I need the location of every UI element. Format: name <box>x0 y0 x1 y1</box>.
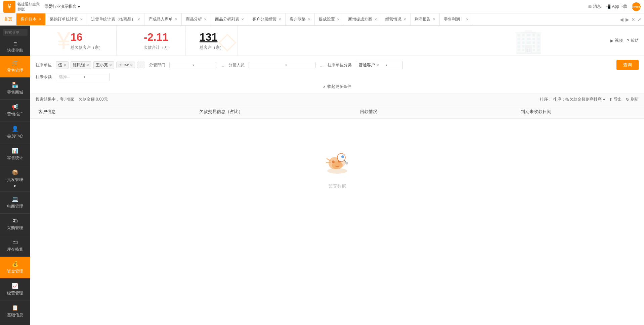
tab-prev-icon[interactable]: ◀ <box>620 17 624 22</box>
logo-icon: ¥ <box>3 1 15 13</box>
tag-unit-cjttcw: cjttcw ✕ <box>116 62 135 68</box>
tab-goods-analysis-list[interactable]: 商品分析列表 ✕ <box>211 13 248 26</box>
tab-operations[interactable]: 经营情况 ✕ <box>381 13 411 26</box>
remainder-select[interactable]: 选择... ▾ <box>56 73 110 81</box>
tab-product-stock[interactable]: 产成品入库单 ✕ <box>144 13 182 26</box>
sidebar-item-purchase[interactable]: 🛍 采购管理 <box>0 214 30 235</box>
remove-tag-cjttcw[interactable]: ✕ <box>130 63 133 67</box>
sort-select[interactable]: 排序： 排序：按欠款金额倒序排序 ▾ <box>540 97 605 102</box>
dept-more-icon[interactable]: ... <box>220 62 224 68</box>
dept-select[interactable]: ▾ <box>169 62 216 68</box>
svg-point-9 <box>341 155 344 158</box>
purchase-icon: 🛍 <box>12 218 18 224</box>
avatar[interactable]: demo2 <box>632 2 641 11</box>
label-unit: 往来单位 <box>36 62 52 68</box>
results-bar: 搜索结果中，客户0家 欠款金额 0.00元 排序： 排序：按欠款金额倒序排序 ▾… <box>30 94 644 105</box>
close-icon[interactable]: ✕ <box>403 17 406 21</box>
empty-mascot <box>320 146 354 179</box>
chevron-right-icon: ▶ <box>14 184 16 187</box>
sidebar-search-area <box>0 26 30 39</box>
message-btn[interactable]: ✉ 消息 <box>588 4 601 9</box>
close-icon[interactable]: ✕ <box>241 17 244 21</box>
sidebar-item-batch-mgmt[interactable]: 📦 批发管理 ▶ <box>0 165 30 192</box>
close-icon[interactable]: ✕ <box>80 17 83 21</box>
tag-unit-wu: 伍 ✕ <box>56 61 69 69</box>
sidebar-item-marketing[interactable]: 📢 营销推广 <box>0 100 30 121</box>
sidebar-item-member[interactable]: 👤 会员中心 <box>0 121 30 143</box>
sidebar-quick-nav[interactable]: ☰ 快捷导航 <box>0 39 30 56</box>
results-summary: 搜索结果中，客户0家 欠款金额 0.00元 <box>36 97 108 102</box>
person-select[interactable]: ▾ <box>249 62 316 68</box>
help-btn[interactable]: ? 帮助 <box>627 38 639 43</box>
sidebar-item-sys-mgmt[interactable]: ⚙ 系统管理 <box>0 322 30 325</box>
nav-tabs: 首页 客户账本 ✕ 采购订单统计表 ✕ 进货单统计表（按商品） ✕ 产成品入库单… <box>0 13 644 26</box>
tab-next-icon[interactable]: ▶ <box>626 17 629 22</box>
close-icon[interactable]: ✕ <box>433 17 435 21</box>
table-area: 客户信息 欠款交易信息（占比） 回款情况 到期未收款日期 <box>30 105 644 325</box>
tab-add-commission[interactable]: 新增提成方案 ✕ <box>344 13 381 26</box>
content-area: ¥ 16 总欠款客户（家） ◇ -2.11 欠款合计（万） 🏢 131 总客户（… <box>30 26 644 325</box>
tab-customer-contact[interactable]: 客户联络 ✕ <box>286 13 315 26</box>
close-icon[interactable]: ✕ <box>308 17 310 21</box>
stat2-value: -2.11 <box>144 31 172 43</box>
sidebar-item-retail-mall[interactable]: 🏪 零售商城 <box>0 78 30 100</box>
collapse-button[interactable]: ∧ 收起更多条件 <box>36 84 639 89</box>
sidebar-item-retail-mgmt[interactable]: 🛒 零售管理 <box>0 56 30 78</box>
remove-tag-wu[interactable]: ✕ <box>63 63 66 67</box>
close-icon[interactable]: ✕ <box>278 17 281 21</box>
tab-goods-stats[interactable]: 进货单统计表（按商品） ✕ <box>87 13 144 26</box>
tag-unit-chen: 陈民强 ✕ <box>71 61 91 69</box>
tab-customer-ledger[interactable]: 客户账本 ✕ <box>16 13 46 26</box>
tab-close-all-icon[interactable]: ✕ <box>631 17 635 22</box>
query-button[interactable]: 查询 <box>616 60 639 70</box>
close-icon[interactable]: ✕ <box>137 17 140 21</box>
tab-goods-analysis[interactable]: 商品分析 ✕ <box>182 13 211 26</box>
remove-tag-wang[interactable]: ✕ <box>109 63 112 67</box>
close-icon[interactable]: ✕ <box>204 17 207 21</box>
close-icon[interactable]: ✕ <box>39 17 41 21</box>
video-btn[interactable]: ▶ 视频 <box>610 38 623 43</box>
basic-info-icon: 📋 <box>12 304 18 311</box>
category-arrow: ▾ <box>386 63 387 67</box>
tab-purchase-order-stats[interactable]: 采购订单统计表 ✕ <box>46 13 87 26</box>
video-icon: ▶ <box>610 38 613 43</box>
remove-category-tag[interactable]: ✕ <box>376 63 379 67</box>
company-selector[interactable]: 母婴行业演示帐套 ▾ <box>44 4 80 9</box>
batch-mgmt-icon: 📦 <box>12 169 18 176</box>
tab-profit-report[interactable]: 利润报告 ✕ <box>411 13 440 26</box>
refresh-btn[interactable]: ↻ 刷新 <box>626 97 639 102</box>
sidebar-item-capital[interactable]: 💰 资金管理 <box>0 257 30 279</box>
svg-point-4 <box>332 160 335 163</box>
filter-row-2: 往来余额 选择... ▾ <box>36 73 639 81</box>
sidebar-item-ecom[interactable]: 💻 电商管理 <box>0 192 30 214</box>
tab-retail-profit[interactable]: 零售利润┃ ✕ <box>440 13 473 26</box>
stats-bar: ¥ 16 总欠款客户（家） ◇ -2.11 欠款合计（万） 🏢 131 总客户（… <box>30 26 644 56</box>
message-icon: ✉ <box>588 4 592 9</box>
app-download-btn[interactable]: 📲 App下载 <box>606 4 627 9</box>
person-more-icon[interactable]: ... <box>320 62 324 68</box>
close-icon[interactable]: ✕ <box>466 17 469 21</box>
sidebar: ☰ 快捷导航 🛒 零售管理 🏪 零售商城 📢 营销推广 👤 会员中心 📊 <box>0 26 30 325</box>
tab-commission-setting[interactable]: 提成设置 ✕ <box>315 13 344 26</box>
close-icon[interactable]: ✕ <box>337 17 340 21</box>
main-area: ☰ 快捷导航 🛒 零售管理 🏪 零售商城 📢 营销推广 👤 会员中心 📊 <box>0 26 644 325</box>
sidebar-item-inventory[interactable]: 🗃 库存核算 <box>0 235 30 257</box>
sidebar-item-retail-stats[interactable]: 📊 零售统计 <box>0 143 30 165</box>
category-select[interactable]: 普通客户 ✕ ▾ <box>356 61 403 69</box>
search-input[interactable] <box>3 29 28 36</box>
member-icon: 👤 <box>12 125 18 132</box>
sidebar-item-basic-info[interactable]: 📋 基础信息 <box>0 300 30 322</box>
stat-total-customers: 131 总客户（家） <box>186 26 238 56</box>
export-btn[interactable]: ⬆ 导出 <box>609 97 622 102</box>
tab-customer-layer[interactable]: 客户分层经营 ✕ <box>248 13 286 26</box>
label-category: 往来单位分类 <box>328 62 352 68</box>
close-icon[interactable]: ✕ <box>374 17 377 21</box>
tag-more[interactable]: ... <box>137 62 145 68</box>
tab-fullscreen-icon[interactable]: ⤢ <box>637 17 641 22</box>
sidebar-item-operations[interactable]: 📈 经营管理 <box>0 279 30 300</box>
close-icon[interactable]: ✕ <box>175 17 177 21</box>
tab-home[interactable]: 首页 <box>0 13 16 26</box>
remainder-arrow: ▾ <box>84 75 85 79</box>
remove-tag-chen[interactable]: ✕ <box>86 63 89 67</box>
tab-controls: ◀ ▶ ✕ ⤢ <box>617 17 644 22</box>
